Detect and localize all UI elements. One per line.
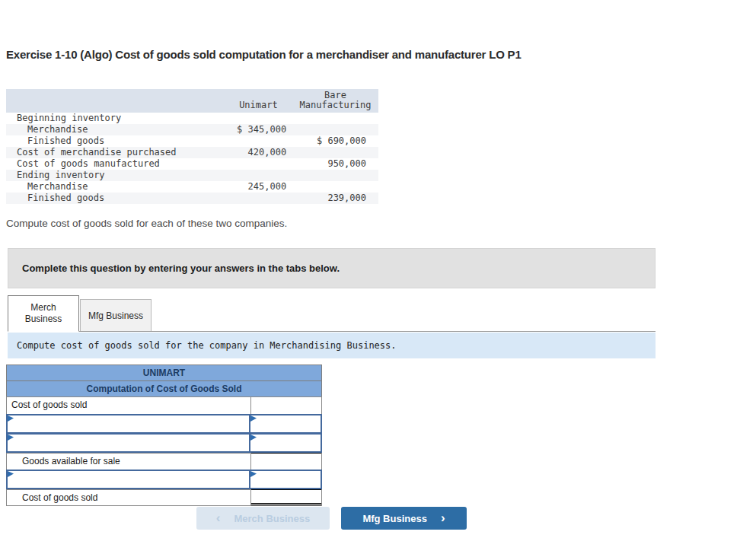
unimart-value: [225, 193, 292, 204]
page-title: Exercise 1-10 (Algo) Cost of goods sold …: [6, 48, 522, 61]
unimart-value: [225, 158, 292, 170]
row-label: Finished goods: [6, 193, 225, 204]
bare-value: [292, 181, 378, 193]
prev-tab-button[interactable]: ‹ Merch Business: [196, 507, 330, 530]
next-button-label: Mfg Business: [362, 513, 427, 524]
worksheet-subtitle: Computation of Cost of Goods Sold: [6, 380, 322, 397]
subtotal-amount-cell: [251, 453, 321, 470]
unimart-value: 420,000: [225, 147, 292, 158]
chevron-left-icon: ‹: [216, 511, 221, 524]
row-label: Ending inventory: [6, 170, 225, 181]
tab-instruction-text: Compute cost of goods sold for the compa…: [8, 340, 397, 351]
bare-value: [292, 113, 378, 124]
input-flag-icon: [8, 435, 14, 441]
exercise-page: Exercise 1-10 (Algo) Cost of goods sold …: [0, 0, 756, 538]
input-flag-icon: [250, 415, 257, 422]
label-input-cell[interactable]: [8, 415, 250, 432]
row-label: Cost of goods manufactured: [6, 158, 225, 170]
bare-value: [292, 170, 378, 181]
bare-value: 239,000: [292, 193, 378, 204]
row-label-cell: Cost of goods sold: [7, 397, 251, 414]
table-row: Merchandise $ 345,000: [6, 124, 378, 135]
unimart-value: [225, 113, 292, 124]
table-header-row: Unimart Bare Manufacturing: [6, 89, 378, 113]
bare-value: [292, 147, 378, 158]
unimart-value: [225, 170, 292, 181]
row-label: Merchandise: [6, 124, 225, 135]
row-label: Cost of merchandise purchased: [6, 147, 225, 158]
column-header-unimart: Unimart: [225, 89, 292, 113]
input-flag-icon: [8, 415, 14, 422]
table-row: Merchandise 245,000: [6, 181, 378, 193]
chevron-right-icon: ›: [441, 511, 445, 524]
row-label-cell: Goods available for sale: [7, 453, 251, 470]
tab-mfg-business[interactable]: Mfg Business: [80, 299, 152, 331]
input-flag-icon: [8, 471, 14, 477]
row-label: Beginning inventory: [6, 113, 225, 124]
amount-input-cell[interactable]: [250, 435, 321, 451]
row-label: Finished goods: [6, 135, 225, 147]
row-label-cell: Cost of goods sold: [7, 489, 251, 505]
table-row: Beginning inventory: [6, 113, 378, 124]
label-input-cell[interactable]: [8, 435, 250, 451]
table-row: Cost of merchandise purchased 420,000: [6, 147, 378, 158]
row-label: Merchandise: [6, 181, 225, 193]
amount-input-cell[interactable]: [250, 415, 321, 432]
tab-merch-business[interactable]: Merch Business: [8, 295, 79, 332]
worksheet-input-row-2: [6, 433, 322, 453]
input-flag-icon: [250, 435, 257, 441]
column-header-bare-manufacturing: Bare Manufacturing: [292, 89, 378, 113]
bare-value: [292, 124, 378, 135]
worksheet-table: UNIMART Computation of Cost of Goods Sol…: [6, 365, 322, 506]
table-row: Finished goods $ 690,000: [6, 135, 378, 147]
prev-button-label: Merch Business: [234, 513, 310, 524]
empty-header-cell: [6, 89, 225, 113]
amount-input-cell[interactable]: [250, 471, 321, 488]
worksheet-input-row-1: [6, 414, 322, 434]
answer-tabbar: Merch Business Mfg Business: [8, 295, 656, 332]
instruction-box: Complete this question by entering your …: [8, 248, 656, 288]
worksheet-title: UNIMART: [6, 365, 322, 381]
unimart-value: [225, 135, 292, 147]
worksheet-input-row-3: [6, 470, 322, 489]
total-amount-cell: [251, 489, 321, 505]
tab-instruction-bar: Compute cost of goods sold for the compa…: [8, 333, 656, 358]
column-header-line2: Manufacturing: [292, 100, 378, 110]
tab-navigation: ‹ Merch Business Mfg Business ›: [8, 507, 656, 530]
given-data-table: Unimart Bare Manufacturing Beginning inv…: [6, 89, 378, 204]
bare-value: $ 690,000: [292, 135, 378, 147]
next-tab-button[interactable]: Mfg Business ›: [341, 507, 467, 530]
bare-value: 950,000: [292, 158, 378, 170]
unimart-value: 245,000: [225, 181, 292, 193]
table-row: Ending inventory: [6, 170, 378, 181]
table-row: Finished goods 239,000: [6, 193, 378, 204]
worksheet-row-goods-available: Goods available for sale: [6, 453, 322, 470]
label-input-cell[interactable]: [8, 471, 250, 488]
question-prompt: Compute cost of goods sold for each of t…: [6, 218, 287, 229]
worksheet-row-cogs-total: Cost of goods sold: [6, 489, 322, 506]
amount-cell: [251, 397, 321, 414]
worksheet-row-cogs-heading: Cost of goods sold: [6, 396, 322, 415]
table-row: Cost of goods manufactured 950,000: [6, 158, 378, 170]
instruction-text: Complete this question by entering your …: [8, 263, 340, 274]
input-flag-icon: [250, 471, 257, 477]
unimart-value: $ 345,000: [225, 124, 292, 135]
